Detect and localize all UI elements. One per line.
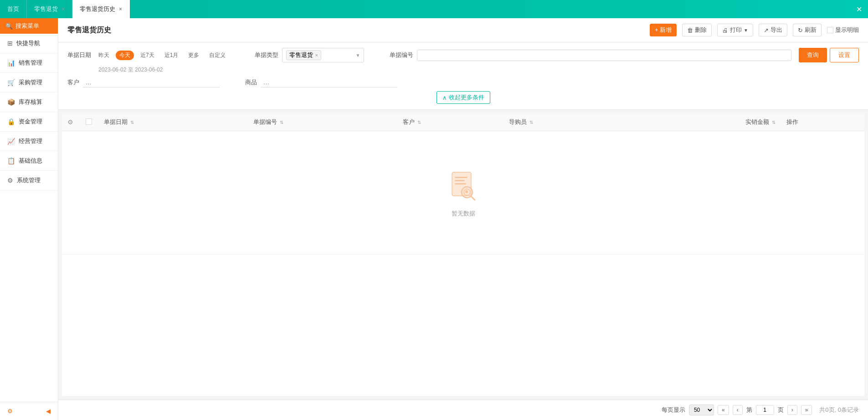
top-bar: 首页 零售退货 × 零售退货历史 × ✕ (0, 0, 868, 18)
customer-filter-field: 客户 (67, 77, 220, 87)
date-1month-btn[interactable]: 近1月 (161, 51, 182, 60)
col-operations-label: 操作 (786, 118, 798, 125)
purchase-icon: 🛒 (7, 79, 15, 86)
refresh-button-label: 刷新 (805, 26, 817, 34)
print-button[interactable]: 🖨 打印 ▼ (717, 24, 753, 36)
number-filter-field: 单据编号 (390, 50, 791, 61)
page-number-input[interactable] (756, 405, 774, 415)
col-customer: 客户 ⇅ (397, 113, 503, 131)
sidebar-item-basic-info[interactable]: 📋 基础信息 (0, 151, 58, 171)
date-more-btn[interactable]: 更多 (185, 51, 203, 60)
first-page-button[interactable]: « (718, 405, 729, 415)
col-number-label: 单据编号 (253, 118, 277, 125)
svg-point-7 (465, 190, 468, 193)
date-range-display: 2023-06-02 至 2023-06-02 (98, 66, 859, 74)
sidebar-item-purchase-label: 采购管理 (19, 78, 42, 87)
tab-retail-return-history[interactable]: 零售退货历史 × (72, 0, 130, 18)
quick-nav-icon: ⊞ (7, 40, 13, 47)
collapse-icon: ∧ (442, 94, 447, 101)
filter-area: 单据日期 昨天 今天 近7天 近1月 更多 自定义 单据类型 (58, 42, 868, 110)
sidebar-item-purchase[interactable]: 🛒 采购管理 (0, 73, 58, 92)
sidebar-item-inventory[interactable]: 📦 库存核算 (0, 92, 58, 112)
empty-state: 暂无数据 (62, 131, 864, 254)
col-guide-sort-icon[interactable]: ⇅ (529, 120, 533, 125)
export-button[interactable]: ↗ 导出 (759, 24, 787, 36)
svg-rect-3 (455, 183, 466, 184)
main-layout: 🔍 搜索菜单 ⊞ 快捷导航 📊 销售管理 🛒 采购管理 📦 库存核算 🔒 资金管… (0, 18, 868, 420)
system-icon: ⚙ (7, 177, 13, 184)
last-page-button[interactable]: » (801, 405, 812, 415)
sidebar-item-inventory-label: 库存核算 (19, 98, 42, 106)
tab-retail-return-close[interactable]: × (62, 6, 65, 12)
col-date: 单据日期 ⇅ (98, 113, 248, 131)
collapse-button[interactable]: ∧ 收起更多条件 (437, 91, 490, 104)
sidebar-item-quick-nav-label: 快捷导航 (16, 39, 40, 47)
prev-page-button[interactable]: ‹ (733, 405, 743, 415)
number-filter-input[interactable] (417, 50, 791, 61)
date-today-btn[interactable]: 今天 (116, 51, 134, 60)
refresh-button[interactable]: ↻ 刷新 (793, 24, 822, 36)
sidebar-search-label: 搜索菜单 (15, 22, 39, 30)
table-settings-icon[interactable]: ⚙ (67, 118, 73, 126)
window-close-button[interactable]: ✕ (850, 0, 868, 18)
per-page-select[interactable]: 50 20 100 (689, 405, 714, 415)
col-amount-sort-icon[interactable]: ⇅ (772, 120, 776, 125)
sidebar-item-operations[interactable]: 📈 经营管理 (0, 132, 58, 151)
date-filter-field: 单据日期 昨天 今天 近7天 近1月 更多 自定义 (67, 51, 229, 60)
table-select-all-checkbox[interactable] (86, 118, 92, 125)
type-filter-field: 单据类型 零售退货 × ▼ (255, 48, 364, 62)
basic-info-icon: 📋 (7, 157, 15, 164)
sidebar-item-system[interactable]: ⚙ 系统管理 (0, 171, 58, 190)
col-date-label: 单据日期 (104, 118, 128, 125)
empty-state-cell: 暂无数据 (62, 131, 864, 255)
pagination: 每页显示 50 20 100 « ‹ 第 页 › » 共0页, 0条记录 (58, 400, 868, 420)
col-number-sort-icon[interactable]: ⇅ (280, 120, 283, 125)
col-guide-label: 导购员 (509, 118, 527, 125)
sidebar-collapse-icon[interactable]: ◀ (46, 408, 51, 415)
new-button[interactable]: + 新增 (650, 24, 677, 36)
print-button-label: 打印 (730, 26, 742, 34)
sidebar-item-finance[interactable]: 🔒 资金管理 (0, 112, 58, 132)
table-head: ⚙ 单据日期 ⇅ 单据编号 ⇅ (62, 113, 864, 131)
query-button[interactable]: 查询 (799, 48, 827, 62)
col-customer-sort-icon[interactable]: ⇅ (417, 120, 421, 125)
tab-retail-return-label: 零售退货 (34, 5, 58, 13)
sidebar-settings-icon[interactable]: ⚙ (7, 408, 13, 415)
date-custom-btn[interactable]: 自定义 (205, 51, 229, 60)
sidebar-item-quick-nav[interactable]: ⊞ 快捷导航 (0, 34, 58, 53)
date-range-text: 2023-06-02 至 2023-06-02 (98, 67, 163, 73)
delete-button[interactable]: 🗑 删除 (682, 24, 712, 36)
type-tag-close[interactable]: × (315, 52, 318, 58)
print-icon: 🖨 (722, 27, 728, 34)
delete-icon: 🗑 (687, 27, 693, 34)
type-filter-select[interactable]: 零售退货 × ▼ (282, 48, 364, 62)
sidebar: 🔍 搜索菜单 ⊞ 快捷导航 📊 销售管理 🛒 采购管理 📦 库存核算 🔒 资金管… (0, 18, 58, 420)
new-button-label: + 新增 (655, 26, 672, 34)
content-area: 零售退货历史 + 新增 🗑 删除 🖨 打印 ▼ ↗ 导出 (58, 18, 868, 420)
tab-retail-return[interactable]: 零售退货 × (27, 0, 72, 18)
export-icon: ↗ (764, 27, 769, 34)
goods-filter-input[interactable] (261, 77, 397, 87)
sidebar-item-sales[interactable]: 📊 销售管理 (0, 53, 58, 73)
sidebar-footer: ⚙ ◀ (0, 402, 58, 420)
svg-rect-1 (455, 177, 467, 178)
col-date-sort-icon[interactable]: ⇅ (130, 120, 134, 125)
col-number: 单据编号 ⇅ (248, 113, 397, 131)
show-detail-checkbox[interactable] (827, 27, 833, 33)
page-title: 零售退货历史 (67, 26, 111, 35)
col-gear: ⚙ (62, 113, 80, 131)
sidebar-item-operations-label: 经营管理 (19, 137, 42, 145)
table-body: 暂无数据 (62, 131, 864, 255)
customer-filter-input[interactable] (83, 77, 220, 87)
tab-retail-return-history-close[interactable]: × (119, 6, 122, 12)
date-7days-btn[interactable]: 近7天 (137, 51, 158, 60)
next-page-button[interactable]: › (787, 405, 797, 415)
per-page-label: 每页显示 (662, 406, 685, 414)
tab-home[interactable]: 首页 (0, 0, 27, 18)
total-label: 共0页, 0条记录 (819, 406, 859, 414)
filter-settings-button[interactable]: 设置 (830, 48, 859, 62)
show-detail-label: 显示明细 (827, 26, 859, 34)
search-icon: 🔍 (5, 23, 13, 30)
sidebar-search[interactable]: 🔍 搜索菜单 (0, 18, 58, 34)
date-yesterday-btn[interactable]: 昨天 (95, 51, 113, 60)
